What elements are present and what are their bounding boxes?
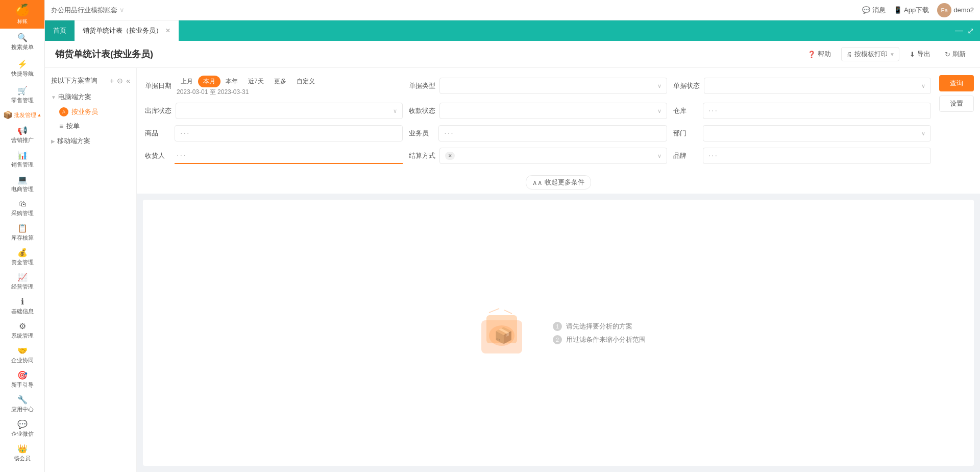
print-label: 按模板打印 [854,50,888,59]
doc-type-select[interactable]: ∨ [439,78,667,94]
user-profile-btn[interactable]: Ea demo2 [937,3,974,17]
step-2-text: 用过滤条件来缩小分析范围 [566,335,646,344]
tab-home[interactable]: 首页 [45,20,75,41]
filter-row-4: 收货人 ··· 结算方式 × [145,148,931,164]
brand-dots: ··· [708,151,718,160]
panel-edit-icon[interactable]: ⊙ [117,77,123,85]
finance-icon: 💰 [17,248,28,257]
tab-sales-stats[interactable]: 销货单统计表（按业务员） ✕ [75,20,179,41]
settlement-clear-tag[interactable]: × [445,152,455,160]
reset-button[interactable]: 设置 [939,96,974,112]
sidebar-item-label: 营销推广 [11,136,34,144]
payment-status-select[interactable]: ∨ [439,103,667,119]
help-btn[interactable]: ❓ 帮助 [803,48,835,61]
export-btn[interactable]: ⬇ 导出 [905,48,935,61]
sidebar-item-enterprise[interactable]: 🤝 企业协同 [0,342,45,366]
date-tab-this-month[interactable]: 本月 [198,76,220,87]
collapse-btn[interactable]: ∧∧ 收起更多条件 [526,175,591,190]
consignee-dots: ··· [177,151,186,160]
tab-close-btn[interactable]: ✕ [165,27,170,34]
consignee-input[interactable]: ··· [175,148,403,164]
sidebar-item-finance[interactable]: 💰 资金管理 [0,244,45,268]
query-button[interactable]: 查询 [939,75,974,91]
sidebar-item-inventory[interactable]: 📋 库存核算 [0,219,45,244]
sidebar-item-search[interactable]: 🔍 搜索菜单 [0,29,45,55]
settlement-value: × [448,152,452,159]
sidebar-item-marketing[interactable]: 📢 营销推广 [0,122,45,146]
sidebar-item-ecommerce[interactable]: 💻 电商管理 [0,171,45,195]
ecommerce-icon: 💻 [17,175,28,184]
tree-section-pc[interactable]: ▼ 电脑端方案 [45,89,136,105]
date-tab-more[interactable]: 更多 [269,75,291,88]
date-tab-custom[interactable]: 自定义 [291,75,320,88]
tab-minimize-btn[interactable]: — [955,26,963,35]
svg-line-4 [489,309,499,313]
print-dropdown-icon: ▼ [890,52,895,57]
doc-type-label: 单据类型 [409,81,435,90]
panel-header-icons: + ⊙ « [110,77,130,85]
refresh-icon: ↻ [945,51,950,58]
sidebar-item-basic[interactable]: ℹ 基础信息 [0,293,45,317]
filter-left: 单据日期 上月 本月 本年 近7天 更多 自定义 [137,68,939,171]
sub-item-by-salesperson[interactable]: A 按业务员 [45,105,136,119]
salesperson-input[interactable]: ··· [438,125,667,141]
warehouse-input[interactable]: ··· [703,103,931,119]
sidebar-logo[interactable]: 🍊 标账 [0,0,45,29]
tab-expand-btn[interactable]: ⤢ [967,26,974,36]
tree-section-mobile[interactable]: ▶ 移动端方案 [45,133,136,149]
step-num-1: 1 [553,322,562,331]
payment-status-arrow: ∨ [657,108,662,114]
goods-label: 商品 [145,129,170,138]
sidebar-item-member[interactable]: 👑 畅会员 [0,440,45,464]
department-select[interactable]: ∨ [703,125,931,141]
sidebar-item-purchase[interactable]: 🛍 采购管理 [0,195,45,219]
date-tab-last-month[interactable]: 上月 [176,75,198,88]
panel-collapse-icon[interactable]: « [126,77,130,85]
operations-icon: 📈 [17,272,28,282]
sidebar-item-label: 经营管理 [11,283,34,291]
step-num-2: 2 [553,335,562,344]
date-tab-this-year[interactable]: 本年 [220,75,243,88]
sidebar-item-sales[interactable]: 📊 销售管理 [0,146,45,171]
marketing-icon: 📢 [17,126,28,135]
goods-input[interactable]: ··· [175,125,403,141]
sidebar-item-operations[interactable]: 📈 经营管理 [0,268,45,293]
sidebar-item-retail[interactable]: 🛒 零售管理 [0,82,45,106]
sidebar-item-quicknav[interactable]: ⚡ 快捷导航 [0,55,45,82]
svg-line-5 [504,310,512,314]
sidebar-item-label: 销售管理 [11,161,34,169]
date-range-display: 2023-03-01 至 2023-03-31 [176,88,403,97]
topbar: 办公用品行业模拟账套 ∨ 💬 消息 📱 App下载 Ea demo2 [45,0,980,20]
consignee-label: 收货人 [145,151,170,160]
brand-input[interactable]: ··· [703,148,931,164]
date-tab-7days[interactable]: 近7天 [243,75,269,88]
app-download-btn[interactable]: 📱 App下载 [894,6,929,15]
sub-item-by-order[interactable]: ≡ 按单 [45,119,136,133]
sidebar-item-newbie[interactable]: 🎯 新手引导 [0,366,45,391]
department-arrow: ∨ [921,130,925,137]
sidebar-item-apps[interactable]: 🔧 应用中心 [0,391,45,415]
panel-add-icon[interactable]: + [110,77,114,85]
goods-group: 商品 ··· [145,125,403,141]
out-status-select[interactable]: ∨ [176,103,403,119]
sidebar-item-wechat[interactable]: 💬 企业微信 [0,415,45,440]
settlement-select[interactable]: × ∨ [439,148,667,164]
sidebar-item-label: 批发管理 [14,111,36,119]
refresh-btn[interactable]: ↻ 刷新 [941,48,970,61]
print-btn[interactable]: 🖨 按模板打印 ▼ [841,47,899,61]
messages-btn[interactable]: 💬 消息 [862,6,886,15]
salesperson-group: 业务员 ··· [409,125,667,141]
sidebar-item-system[interactable]: ⚙ 系统管理 [0,317,45,342]
app-download-label: App下载 [904,6,929,15]
breadcrumb: 办公用品行业模拟账套 ∨ [51,6,858,15]
inventory-icon: 📋 [17,223,28,233]
enterprise-icon: 🤝 [17,346,28,356]
department-label: 部门 [673,129,699,138]
page-header-actions: ❓ 帮助 🖨 按模板打印 ▼ ⬇ 导出 ↻ 刷新 [803,47,970,61]
empty-step-1: 1 请先选择要分析的方案 [553,322,646,331]
sidebar-item-label: 系统管理 [11,332,34,340]
doc-status-select[interactable]: ∨ [704,78,931,94]
sidebar-item-wholesale[interactable]: 📦 批发管理 ▲ [0,106,45,122]
sidebar-item-label: 库存核算 [11,234,34,242]
warehouse-label: 仓库 [673,106,699,115]
